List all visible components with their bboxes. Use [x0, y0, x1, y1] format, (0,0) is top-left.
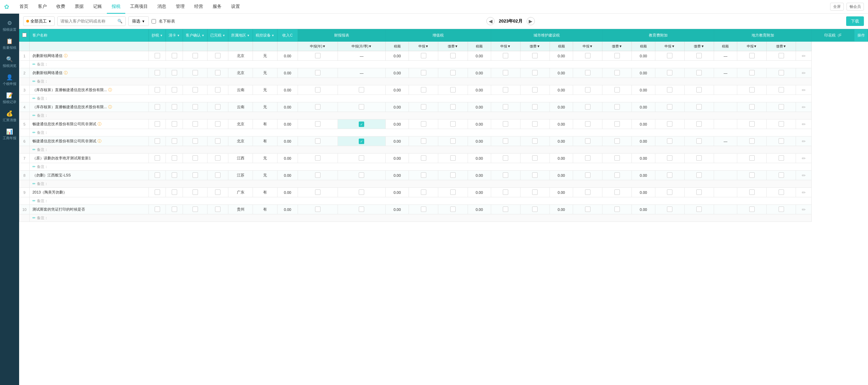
cw-year-cell[interactable] — [298, 51, 338, 61]
local-pay-cell[interactable] — [684, 51, 714, 61]
confirm-cell[interactable] — [183, 51, 208, 61]
edu-apply-cell[interactable] — [573, 154, 602, 163]
paid-cell[interactable] — [208, 137, 228, 146]
filter-button[interactable]: 筛选 ▼ — [128, 16, 149, 26]
company-name[interactable]: （原）误删勿改李艳牙测试斯套新1 — [30, 154, 149, 163]
qing-ka-cell[interactable] — [166, 154, 183, 163]
cw-year-cell[interactable] — [298, 68, 338, 78]
city-pay-cell[interactable] — [520, 205, 550, 214]
confirm-cell[interactable] — [183, 85, 208, 95]
local-pay-cell[interactable] — [684, 137, 714, 146]
company-name[interactable]: 勿删新锐网络通信ⓘ — [30, 51, 149, 61]
edu-apply-cell[interactable] — [573, 188, 602, 197]
cw-year-cell[interactable] — [298, 188, 338, 197]
city-pay-cell[interactable] — [520, 51, 550, 61]
confirm-cell[interactable] — [183, 205, 208, 214]
fullscreen-button[interactable]: 全屏 — [830, 3, 844, 11]
action-edit-cell[interactable]: ✏ — [796, 154, 812, 163]
local-apply-cell[interactable] — [655, 102, 684, 112]
action-edit-cell[interactable]: ✏ — [796, 171, 812, 180]
download-button[interactable]: 下载 — [846, 16, 864, 26]
stamp-apply-cell[interactable] — [737, 171, 766, 180]
action-edit-cell[interactable]: ✏ — [796, 68, 812, 78]
local-apply-cell[interactable] — [655, 68, 684, 78]
vat-pay-cell[interactable] — [438, 102, 468, 112]
stamp-apply-cell[interactable] — [737, 188, 766, 197]
confirm-cell[interactable] — [183, 188, 208, 197]
sidebar-item-baoshuilv[interactable]: 📝 报税记录 — [0, 89, 19, 107]
select-all-checkbox[interactable] — [22, 33, 27, 37]
sidebar-item-geshui[interactable]: 👤 个税申报 — [0, 71, 19, 89]
chao-shui-cell[interactable] — [149, 205, 166, 214]
stamp-apply-cell[interactable] — [737, 68, 766, 78]
action-edit-cell[interactable]: ✏ — [796, 205, 812, 214]
edu-apply-cell[interactable] — [573, 137, 602, 146]
vat-pay-cell[interactable] — [438, 68, 468, 78]
edit-icon[interactable]: ✏ — [802, 190, 806, 195]
cw-year-cell[interactable] — [298, 154, 338, 163]
remark-content[interactable]: ✏备注： — [30, 95, 812, 102]
city-apply-cell[interactable] — [491, 137, 520, 146]
cw-month-cell[interactable] — [338, 171, 385, 180]
remark-content[interactable]: ✏备注： — [30, 197, 812, 205]
stamp-pay-cell[interactable] — [767, 188, 796, 197]
city-apply-cell[interactable] — [491, 85, 520, 95]
nav-bookkeeping[interactable]: 记账 — [88, 0, 107, 14]
remark-content[interactable]: ✏备注： — [30, 214, 812, 222]
edu-apply-cell[interactable] — [573, 171, 602, 180]
chao-shui-cell[interactable] — [149, 154, 166, 163]
city-pay-cell[interactable] — [520, 102, 550, 112]
confirm-cell[interactable] — [183, 102, 208, 112]
remark-content[interactable]: ✏备注： — [30, 129, 812, 137]
stamp-apply-cell[interactable] — [737, 137, 766, 146]
cw-year-cell[interactable] — [298, 137, 338, 146]
cw-year-cell[interactable] — [298, 102, 338, 112]
edit-icon[interactable]: ✏ — [802, 122, 806, 127]
remark-content[interactable]: ✏备注： — [30, 61, 812, 68]
local-apply-cell[interactable] — [655, 85, 684, 95]
action-edit-cell[interactable]: ✏ — [796, 51, 812, 61]
qing-ka-cell[interactable] — [166, 68, 183, 78]
sidebar-item-baoshuiliulan[interactable]: 🔍 报税浏览 — [0, 53, 19, 71]
chao-shui-cell[interactable] — [149, 119, 166, 129]
qing-ka-cell[interactable] — [166, 137, 183, 146]
qing-ka-cell[interactable] — [166, 119, 183, 129]
action-edit-cell[interactable]: ✏ — [796, 188, 812, 197]
chao-shui-cell[interactable] — [149, 171, 166, 180]
action-edit-cell[interactable]: ✏ — [796, 119, 812, 129]
cw-month-cell[interactable]: — — [338, 51, 385, 61]
cw-year-cell[interactable] — [298, 85, 338, 95]
action-edit-cell[interactable]: ✏ — [796, 85, 812, 95]
local-pay-cell[interactable] — [684, 119, 714, 129]
search-box[interactable]: 🔍 — [57, 16, 126, 26]
city-pay-cell[interactable] — [520, 154, 550, 163]
city-apply-cell[interactable] — [491, 51, 520, 61]
edit-icon[interactable]: ✏ — [802, 156, 806, 161]
remark-content[interactable]: ✏备注： — [30, 112, 812, 119]
edu-pay-cell[interactable] — [602, 205, 632, 214]
vat-apply-cell[interactable] — [409, 154, 438, 163]
nav-message[interactable]: 消息 — [153, 0, 171, 14]
qing-ka-cell[interactable] — [166, 85, 183, 95]
local-apply-cell[interactable] — [655, 154, 684, 163]
nav-tax[interactable]: 报税 — [107, 0, 125, 14]
qing-ka-cell[interactable] — [166, 51, 183, 61]
edu-pay-cell[interactable] — [602, 68, 632, 78]
paid-cell[interactable] — [208, 51, 228, 61]
stamp-apply-cell[interactable] — [737, 85, 766, 95]
local-apply-cell[interactable] — [655, 137, 684, 146]
local-apply-cell[interactable] — [655, 205, 684, 214]
local-pay-cell[interactable] — [684, 205, 714, 214]
cw-month-cell[interactable] — [338, 205, 385, 214]
company-name[interactable]: 畅捷通信息技术股份有限公司民非测试ⓘ — [30, 119, 149, 129]
label-sheet-checkbox[interactable] — [152, 19, 156, 24]
vat-pay-cell[interactable] — [438, 154, 468, 163]
edit-icon[interactable]: ✏ — [802, 104, 806, 110]
edit-icon[interactable]: ✏ — [802, 53, 806, 59]
remark-content[interactable]: ✏备注： — [30, 78, 812, 85]
vat-pay-cell[interactable] — [438, 205, 468, 214]
cw-year-cell[interactable] — [298, 205, 338, 214]
edu-pay-cell[interactable] — [602, 51, 632, 61]
remark-content[interactable]: ✏备注： — [30, 163, 812, 171]
paid-cell[interactable] — [208, 85, 228, 95]
